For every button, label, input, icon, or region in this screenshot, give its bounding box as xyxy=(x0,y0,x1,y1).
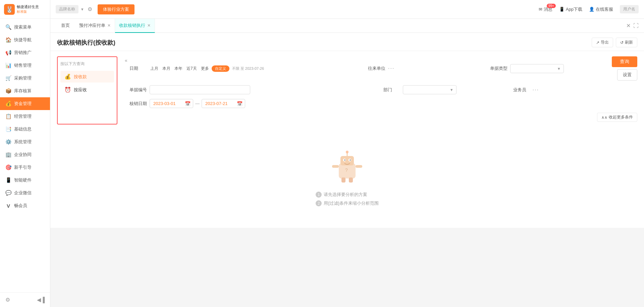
collapse-icon: ∧∧ xyxy=(601,115,607,120)
sidebar-item-marketing[interactable]: 📢 营销推广 xyxy=(0,46,50,59)
filter-date-group: 日期 上月 本月 本年 近7天 更多 自定义 不限 至 2023-07-26 xyxy=(129,65,363,72)
sidebar-item-finance[interactable]: 💰 资金管理 xyxy=(0,97,50,110)
svg-rect-7 xyxy=(356,165,362,168)
empty-illustration: ? xyxy=(327,150,367,184)
sidebar-item-label: 企业微信 xyxy=(14,190,32,196)
filter-option-by-collection[interactable]: 💰 按收款 xyxy=(60,71,114,83)
date-btn-custom[interactable]: 自定义 xyxy=(212,65,229,72)
basics-icon: 📑 xyxy=(5,126,11,132)
tab-prepay[interactable]: 预付冲应付单 ✕ xyxy=(75,19,115,33)
topbar-right: ✉ 消息 99+ 📱 App下载 👤 在线客服 用户名 xyxy=(539,5,639,13)
sidebar-item-purchase[interactable]: 🛒 采购管理 xyxy=(0,72,50,85)
refresh-icon: ↺ xyxy=(620,40,624,45)
sidebar-nav: 🔍 搜索菜单 🏠 快捷导航 📢 营销推广 📊 销售管理 🛒 采购管理 📦 库存核… xyxy=(0,19,50,292)
svg-rect-6 xyxy=(332,165,339,168)
filter-area: 按以下方查询 💰 按收款 ⏰ 按应收 « xyxy=(50,51,644,130)
sidebar-item-member[interactable]: V 畅会员 xyxy=(0,199,50,212)
topbar: 品牌名称 ▾ ⚙ 体验行业方案 ✉ 消息 99+ 📱 App下载 👤 在线客服 … xyxy=(50,0,644,19)
filter-main: 日期 上月 本月 本年 近7天 更多 自定义 不限 至 2023-07-26 xyxy=(129,56,637,124)
collapse-sidebar-icon[interactable]: ◀▐ xyxy=(37,297,45,303)
hint-row-1: 1 请先选择要分析的方案 xyxy=(316,190,378,199)
doctype-select[interactable]: ▾ xyxy=(510,64,564,73)
filter-docnumber-group: 单据编号 xyxy=(129,85,378,94)
refresh-button[interactable]: ↺ 刷新 xyxy=(616,38,637,47)
collapse-more-button[interactable]: ∧∧ 收起更多条件 xyxy=(597,113,637,122)
app-download-button[interactable]: 📱 App下载 xyxy=(559,6,582,12)
sidebar-item-basics[interactable]: 📑 基础信息 xyxy=(0,123,50,136)
close-tab-button[interactable]: ✕ xyxy=(626,22,631,29)
brand-selector[interactable]: 品牌名称 xyxy=(56,5,78,13)
page-header: 收款核销执行(按收款) ↗ 导出 ↺ 刷新 xyxy=(50,33,644,51)
sidebar-item-search[interactable]: 🔍 搜索菜单 xyxy=(0,21,50,34)
sidebar-item-label: 畅会员 xyxy=(14,203,27,209)
user-info[interactable]: 用户名 xyxy=(620,5,639,13)
sidebar-item-enterprise[interactable]: 🏢 企业协同 xyxy=(0,148,50,161)
calendar-end-icon[interactable]: 📅 xyxy=(237,101,243,106)
filter-row-3: 核销日期 📅 — 📅 xyxy=(129,99,637,108)
search-icon: 🔍 xyxy=(5,24,11,30)
date-btn-this-month[interactable]: 本月 xyxy=(161,65,172,72)
hint-num-1: 1 xyxy=(316,192,322,198)
tab-home[interactable]: 首页 xyxy=(56,19,75,33)
settings-footer-icon[interactable]: ⚙ xyxy=(5,297,10,303)
filter-option-by-receivable[interactable]: ⏰ 按应收 xyxy=(60,84,114,96)
svg-text:?: ? xyxy=(345,167,348,173)
online-service-button[interactable]: 👤 在线客服 xyxy=(589,6,613,12)
filter-counterpart-group: 往来单位 ··· xyxy=(368,65,485,71)
trial-button[interactable]: 体验行业方案 xyxy=(98,4,135,14)
date-btn-more[interactable]: 更多 xyxy=(200,65,210,72)
dept-select-arrow: ▾ xyxy=(450,87,453,92)
date-hint: 不限 至 2023-07-26 xyxy=(232,66,264,71)
date-btn-last-month[interactable]: 上月 xyxy=(149,65,160,72)
date-btn-this-year[interactable]: 本年 xyxy=(173,65,184,72)
finance-icon: 💰 xyxy=(5,101,11,107)
date-label: 日期 xyxy=(129,65,146,71)
query-button[interactable]: 查询 xyxy=(612,56,637,67)
date-range-separator: — xyxy=(195,101,200,106)
sidebar-item-operations[interactable]: 📋 经营管理 xyxy=(0,110,50,123)
date-btn-7days[interactable]: 近7天 xyxy=(185,65,198,72)
filter-row-1: 日期 上月 本月 本年 近7天 更多 自定义 不限 至 2023-07-26 xyxy=(129,56,637,81)
dept-label: 部门 xyxy=(383,87,400,93)
filter-collapse-toggle[interactable]: « xyxy=(123,56,129,124)
docnumber-input[interactable] xyxy=(150,85,250,94)
sidebar-item-label: 经营管理 xyxy=(14,113,32,119)
doctype-select-arrow: ▾ xyxy=(558,66,560,71)
logo-name: 畅捷通好生意 xyxy=(17,4,39,9)
sidebar-item-inventory[interactable]: 📦 库存核算 xyxy=(0,85,50,97)
maximize-tab-button[interactable]: ⛶ xyxy=(633,22,639,29)
sidebar-item-label: 新手引导 xyxy=(14,164,32,170)
svg-point-4 xyxy=(344,159,345,161)
messages-button[interactable]: ✉ 消息 99+ xyxy=(539,6,552,12)
dropdown-arrow-icon[interactable]: ▾ xyxy=(81,7,84,12)
tab-close-prepay-icon[interactable]: ✕ xyxy=(107,23,111,28)
member-icon: V xyxy=(5,203,11,209)
guide-icon: 🎯 xyxy=(5,164,11,170)
sidebar-item-hardware[interactable]: 📱 智能硬件 xyxy=(0,174,50,187)
sidebar-item-guide[interactable]: 🎯 新手引导 xyxy=(0,161,50,174)
sidebar-item-quick-nav[interactable]: 🏠 快捷导航 xyxy=(0,34,50,46)
sidebar-item-sales[interactable]: 📊 销售管理 xyxy=(0,59,50,72)
page-container: 收款核销执行(按收款) ↗ 导出 ↺ 刷新 按以下方查询 xyxy=(50,33,644,228)
filter-dept-group: 部门 ▾ xyxy=(383,85,508,94)
staff-selector[interactable]: ··· xyxy=(533,87,539,93)
sidebar-item-label: 营销推广 xyxy=(14,50,32,56)
sidebar-item-wechat[interactable]: 💬 企业微信 xyxy=(0,187,50,199)
settings-button[interactable]: 设置 xyxy=(617,69,637,81)
tab-close-collection-icon[interactable]: ✕ xyxy=(147,23,151,28)
dept-select[interactable]: ▾ xyxy=(403,85,457,94)
sidebar-item-system[interactable]: ⚙️ 系统管理 xyxy=(0,136,50,148)
tab-collection[interactable]: 收款核销执行 ✕ xyxy=(115,19,155,33)
logo-edition: 标准版 xyxy=(17,9,39,14)
hint-text-2: 用[过滤]条件来缩小分析范围 xyxy=(324,199,378,208)
export-button[interactable]: ↗ 导出 xyxy=(592,38,613,47)
svg-rect-9 xyxy=(349,177,353,183)
calendar-start-icon[interactable]: 📅 xyxy=(185,101,191,106)
sales-icon: 📊 xyxy=(5,62,11,68)
sidebar: 🐰 畅捷通好生意 标准版 🔍 搜索菜单 🏠 快捷导航 📢 营销推广 📊 销售管理… xyxy=(0,0,50,307)
counterpart-selector[interactable]: ··· xyxy=(388,65,394,71)
gear-icon[interactable]: ⚙ xyxy=(88,6,92,12)
hint-num-2: 2 xyxy=(316,200,322,206)
doctype-label: 单据类型 xyxy=(490,65,507,71)
page-title: 收款核销执行(按收款) xyxy=(57,39,115,47)
